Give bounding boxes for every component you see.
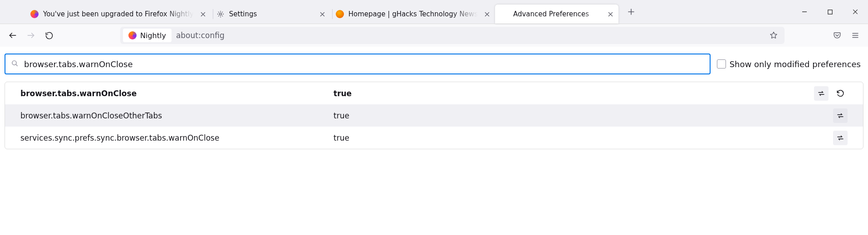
forward-button[interactable]	[23, 27, 39, 44]
search-row: Show only modified preferences	[5, 54, 863, 74]
aboutconfig-content: Show only modified preferences browser.t…	[0, 47, 868, 156]
svg-point-0	[219, 13, 221, 15]
new-tab-button[interactable]	[623, 4, 639, 20]
tab-label: Advanced Preferences	[513, 10, 601, 18]
close-icon[interactable]	[606, 9, 616, 19]
close-window-button[interactable]	[843, 0, 868, 24]
titlebar: You've just been upgraded to Firefox Nig…	[0, 0, 868, 24]
url-text: about:config	[176, 31, 225, 40]
toggle-button[interactable]	[833, 131, 848, 145]
pref-row[interactable]: services.sync.prefs.sync.browser.tabs.wa…	[5, 127, 863, 149]
pref-value: true	[333, 89, 814, 98]
reset-button[interactable]	[833, 86, 848, 101]
search-icon	[11, 59, 19, 69]
url-bar[interactable]: Nightly about:config	[120, 27, 785, 44]
reload-button[interactable]	[41, 27, 57, 44]
toggle-button[interactable]	[814, 86, 829, 101]
tab-upgraded[interactable]: You've just been upgraded to Firefox Nig…	[25, 5, 211, 24]
gear-icon	[216, 10, 225, 18]
tabstrip: You've just been upgraded to Firefox Nig…	[25, 0, 618, 24]
pref-search-input[interactable]	[24, 59, 704, 69]
minimize-button[interactable]	[792, 0, 817, 24]
ghacks-icon	[336, 10, 344, 18]
close-icon[interactable]	[318, 9, 328, 19]
pref-row[interactable]: browser.tabs.warnOnClose true	[5, 82, 863, 104]
pref-value: true	[333, 133, 833, 142]
back-button[interactable]	[5, 27, 21, 44]
identity-box[interactable]: Nightly	[123, 29, 172, 42]
tab-ghacks[interactable]: Homepage | gHacks Technology News	[330, 5, 495, 24]
close-icon[interactable]	[482, 9, 492, 19]
show-modified-toggle[interactable]: Show only modified preferences	[717, 59, 863, 69]
close-icon[interactable]	[198, 9, 208, 19]
tab-settings[interactable]: Settings	[211, 5, 330, 24]
window-controls	[792, 0, 868, 24]
show-modified-label: Show only modified preferences	[730, 59, 861, 69]
app-menu-button[interactable]	[847, 27, 863, 44]
maximize-button[interactable]	[817, 0, 843, 24]
pref-search-box[interactable]	[5, 54, 711, 74]
firefox-icon	[128, 31, 137, 39]
pref-table: browser.tabs.warnOnClose true browser.ta…	[5, 82, 863, 149]
svg-rect-1	[828, 10, 832, 14]
tab-label: You've just been upgraded to Firefox Nig…	[43, 10, 194, 18]
tab-label: Settings	[229, 10, 313, 18]
nav-toolbar: Nightly about:config	[0, 24, 868, 47]
pref-name: services.sync.prefs.sync.browser.tabs.wa…	[20, 133, 333, 142]
blank-icon	[500, 10, 509, 18]
pref-value: true	[333, 111, 833, 120]
toggle-button[interactable]	[833, 108, 848, 123]
bookmark-star-icon[interactable]	[765, 27, 782, 44]
firefox-icon	[30, 10, 39, 18]
pref-name: browser.tabs.warnOnCloseOtherTabs	[20, 111, 333, 120]
tab-label: Homepage | gHacks Technology News	[348, 10, 478, 18]
pref-name: browser.tabs.warnOnClose	[20, 89, 333, 98]
checkbox-icon[interactable]	[717, 59, 726, 69]
identity-label: Nightly	[140, 31, 166, 40]
tab-advanced-preferences[interactable]: Advanced Preferences	[495, 5, 618, 24]
pocket-icon[interactable]	[829, 27, 845, 44]
pref-row[interactable]: browser.tabs.warnOnCloseOtherTabs true	[5, 104, 863, 127]
